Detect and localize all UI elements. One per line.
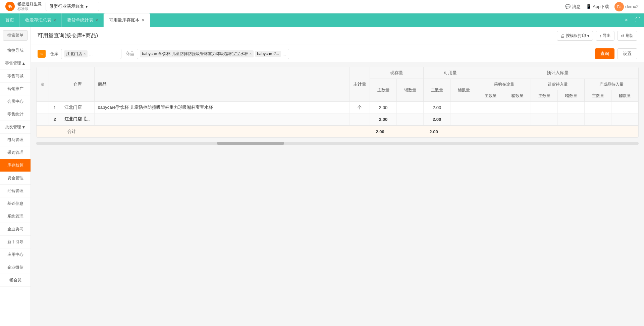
refresh-button[interactable]: ↺ 刷新 [617,31,637,41]
tab-requisition-stats[interactable]: 要货单统计表 × [62,13,104,27]
sidebar-item-purchase-mgmt[interactable]: 采购管理 [0,146,31,159]
cell-production-main [585,113,611,125]
sidebar-item-finance-mgmt[interactable]: 资金管理 [0,172,31,185]
filter-toggle-button[interactable]: » [38,50,46,58]
cell-unit [350,113,370,125]
cell-settings [37,113,49,125]
sidebar-item-retail-stats[interactable]: 零售统计 [0,108,31,121]
cell-product [94,113,350,125]
tab-available-ledger-close[interactable]: × [142,17,144,23]
tab-receive-summary-close[interactable]: × [53,17,56,23]
product-tag-2: babycare?... [255,51,281,57]
sidebar-item-basic-info[interactable]: 基础信息 [0,197,31,210]
product-tag-1: babycare学饮杯 儿童防摔防撞吸管杯重力球吸嘴杯宝宝水杯 × [140,50,254,57]
sidebar-item-vip-member[interactable]: 畅会员 [0,274,31,287]
cell-no: 1 [49,102,61,113]
user-area[interactable]: Ea demo2 [614,2,639,11]
th-expected-group: 预计入库量 [477,67,638,79]
cell-stock-main: 2.00 [370,102,397,113]
tab-receive-summary[interactable]: 收发存汇总表 × [20,13,62,27]
cell-stock-aux [397,102,424,113]
th-no [49,67,61,102]
expand-tabs-button[interactable]: ⛶ [632,13,644,27]
sidebar-search-area: 搜索菜单 [0,27,31,44]
product-tag-1-close[interactable]: × [250,52,252,56]
logo-subtext: 标准版 [17,6,42,11]
search-menu-button[interactable]: 搜索菜单 [3,30,28,41]
cell-available-aux [450,102,477,113]
cell-incoming-aux [558,113,585,125]
table-scrollbar-thumb[interactable] [217,142,284,145]
cell-production-aux [611,113,638,125]
cell-incoming-main [531,102,558,113]
org-selector[interactable]: 母婴行业演示账套 ▾ [46,2,99,11]
sidebar-item-system-mgmt[interactable]: 系统管理 [0,210,31,223]
th-incoming-group: 进货待入量 [531,79,585,90]
filter-bar: » 仓库 江北门店 × ... 商品 babycare学饮杯 儿童防摔防撞吸管杯… [31,45,644,63]
tab-requisition-stats-close[interactable]: × [95,17,98,23]
sidebar-item-new-guide[interactable]: 新手引导 [0,236,31,248]
cell-production-main [585,102,611,113]
tab-available-ledger[interactable]: 可用量库存账本 × [104,13,150,27]
message-label: 消息 [572,4,581,10]
sidebar-item-enterprise-collab[interactable]: 企业协同 [0,223,31,236]
th-production-group: 产成品待入量 [585,79,638,90]
product-filter-input[interactable]: babycare学饮杯 儿童防摔防撞吸管杯重力球吸嘴杯宝宝水杯 × babyca… [137,49,289,59]
warehouse-tag-close[interactable]: × [84,52,86,56]
sidebar-quick-nav[interactable]: 快捷导航 [0,44,31,57]
sidebar-item-retail-mall[interactable]: 零售商城 [0,70,31,83]
sidebar-item-inventory-mgmt[interactable]: 库存核算 [0,159,31,172]
sidebar-item-member-center[interactable]: 会员中心 [0,95,31,108]
close-all-tabs-button[interactable]: × [621,13,632,27]
chevron-down-icon: ▾ [86,4,88,9]
warehouse-filter-input[interactable]: 江北门店 × ... [61,49,121,59]
warehouse-more-dots[interactable]: ... [89,51,93,56]
refresh-icon: ↺ [621,34,624,38]
cell-stock-aux [397,113,424,125]
sidebar-item-marketing[interactable]: 营销推广 [0,83,31,95]
footer-stock-main: 2.00 [367,129,393,134]
tab-available-ledger-label: 可用量库存账本 [109,17,140,23]
th-unit: 主计量 [350,67,370,102]
sidebar-item-wholesale-mgmt[interactable]: 批发管理 ▼ [0,121,31,134]
top-bar-right: 💬 消息 📱 App下载 Ea demo2 [565,2,639,11]
message-button[interactable]: 💬 消息 [565,4,581,10]
table-row: 1 江北门店 babycare学饮杯 儿童防摔防撞吸管杯重力球吸嘴杯宝宝水杯 个… [37,102,638,113]
cell-available-main: 2.00 [424,113,450,125]
cell-available-aux [450,113,477,125]
template-print-button[interactable]: 🖨 按模板打印 ▾ [557,31,593,41]
cell-production-aux [611,102,638,113]
sidebar-item-ecommerce-mgmt[interactable]: 电商管理 [0,134,31,146]
tab-home[interactable]: 首页 [0,13,20,27]
product-filter-label: 商品 [125,51,134,57]
cell-warehouse: 江北门店 [61,102,94,113]
sidebar-item-enterprise-wechat[interactable]: 企业微信 [0,261,31,274]
message-icon: 💬 [565,4,571,9]
top-bar-left: 畅 畅捷通好生意 标准版 母婴行业演示账套 ▾ [5,2,99,11]
sidebar-item-business-mgmt[interactable]: 经营管理 [0,185,31,197]
th-purchase-aux: 辅数量 [504,90,531,102]
cell-unit: 个 [350,102,370,113]
table-row: 2 江北门店【... 2.00 2.00 [37,113,638,125]
th-product: 商品 [94,67,350,102]
table-horizontal-scrollbar[interactable] [36,142,639,145]
settings-button[interactable]: 设置 [617,48,637,59]
export-button[interactable]: ↑ 导出 [596,31,614,41]
cell-purchase-aux [504,113,531,125]
app-download-button[interactable]: 📱 App下载 [586,4,609,10]
query-button[interactable]: 查询 [595,48,614,59]
table-body: 1 江北门店 babycare学饮杯 儿童防摔防撞吸管杯重力球吸嘴杯宝宝水杯 个… [37,102,638,125]
th-available-main: 主数量 [424,79,450,102]
sidebar-item-app-center[interactable]: 应用中心 [0,248,31,261]
cell-available-main: 2.00 [424,102,450,113]
product-more-dots[interactable]: ... [282,51,286,56]
search-menu-label: 搜索菜单 [7,33,23,38]
export-label: 导出 [603,33,611,39]
cell-purchase-main [477,113,504,125]
th-incoming-main: 主数量 [531,90,558,102]
warehouse-filter-group: 仓库 江北门店 × ... [50,49,121,59]
cell-incoming-main [531,113,558,125]
th-settings[interactable]: ⚙ [37,67,49,102]
cell-settings [37,102,49,113]
sidebar-item-retail-mgmt[interactable]: 零售管理 ▲ [0,57,31,70]
